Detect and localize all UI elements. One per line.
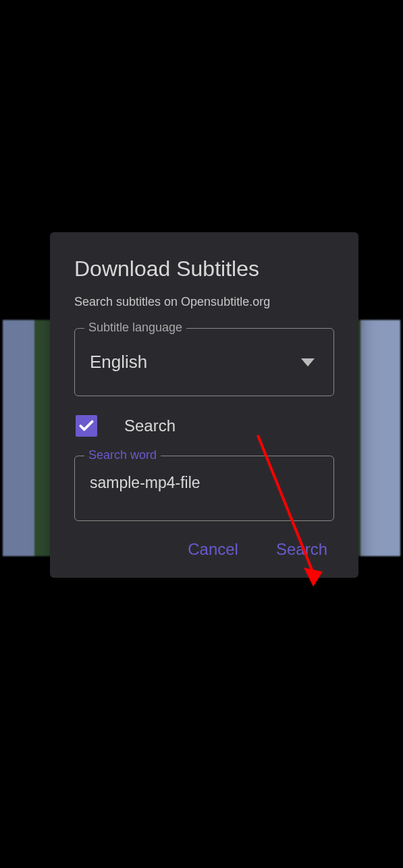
phone-frame: Download Subtitles Search subtitles on O… xyxy=(0,0,403,868)
cancel-button[interactable]: Cancel xyxy=(188,540,238,559)
search-checkbox[interactable] xyxy=(76,415,97,437)
search-checkbox-row: Search xyxy=(76,415,334,437)
language-value: English xyxy=(90,352,147,373)
search-word-input[interactable] xyxy=(90,474,321,492)
search-word-label: Search word xyxy=(84,448,161,462)
language-dropdown[interactable]: Subtitle language English xyxy=(74,328,334,396)
language-label: Subtitle language xyxy=(84,321,186,335)
dialog-title: Download Subtitles xyxy=(74,256,334,281)
search-checkbox-label: Search xyxy=(124,416,176,435)
search-word-field[interactable]: Search word xyxy=(74,456,334,521)
download-subtitles-dialog: Download Subtitles Search subtitles on O… xyxy=(50,232,358,578)
dropdown-caret-icon xyxy=(301,358,315,367)
dialog-subtitle: Search subtitles on Opensubtitle.org xyxy=(74,295,334,309)
checkmark-icon xyxy=(78,417,95,435)
search-button[interactable]: Search xyxy=(276,540,327,559)
language-dropdown-row: English xyxy=(90,352,321,373)
dialog-actions: Cancel Search xyxy=(74,540,334,559)
